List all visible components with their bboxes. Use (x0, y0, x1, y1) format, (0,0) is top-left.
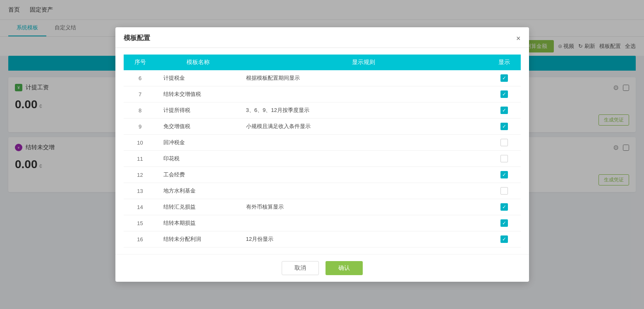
cell-checkbox[interactable]: ✓ (488, 102, 521, 119)
cell-name: 免交增值税 (157, 119, 239, 135)
cell-rule: 有外币核算显示 (239, 199, 488, 215)
checkbox-unchecked[interactable] (500, 139, 508, 146)
cell-seq: 16 (124, 231, 157, 247)
modal-template-config: 模板配置 × 序号 模板名称 显示规则 显示 6计提税金根据模板配置期间显示✓7… (115, 27, 529, 282)
cell-seq: 13 (124, 183, 157, 199)
cell-checkbox[interactable]: ✓ (488, 70, 521, 86)
cell-checkbox[interactable] (488, 135, 521, 151)
cell-checkbox[interactable]: ✓ (488, 167, 521, 183)
checkbox-checked[interactable]: ✓ (500, 203, 508, 211)
cell-name: 结转汇兑损益 (157, 199, 239, 215)
checkbox-checked[interactable]: ✓ (500, 90, 508, 98)
config-table: 序号 模板名称 显示规则 显示 6计提税金根据模板配置期间显示✓7结转未交增值税… (124, 55, 521, 247)
table-row: 10回冲税金 (124, 135, 521, 151)
cell-checkbox[interactable] (488, 183, 521, 199)
cell-checkbox[interactable]: ✓ (488, 86, 521, 102)
cell-rule: 根据模板配置期间显示 (239, 70, 488, 86)
table-row: 9免交增值税小规模且满足收入条件显示✓ (124, 119, 521, 135)
table-row: 11印花税 (124, 151, 521, 167)
cell-name: 工会经费 (157, 167, 239, 183)
checkbox-checked[interactable]: ✓ (500, 74, 508, 82)
table-row: 16结转未分配利润12月份显示✓ (124, 231, 521, 247)
cell-rule (239, 135, 488, 151)
checkbox-checked[interactable]: ✓ (500, 171, 508, 178)
table-row: 14结转汇兑损益有外币核算显示✓ (124, 199, 521, 215)
cell-rule (239, 183, 488, 199)
cell-rule (239, 151, 488, 167)
cell-seq: 9 (124, 119, 157, 135)
table-row: 7结转未交增值税✓ (124, 86, 521, 102)
col-header-seq: 序号 (124, 55, 157, 70)
modal-header: 模板配置 × (115, 27, 529, 48)
cell-seq: 15 (124, 215, 157, 231)
cell-seq: 14 (124, 199, 157, 215)
cell-rule: 12月份显示 (239, 231, 488, 247)
modal-overlay: 模板配置 × 序号 模板名称 显示规则 显示 6计提税金根据模板配置期间显示✓7… (0, 0, 644, 309)
cell-name: 回冲税金 (157, 135, 239, 151)
col-header-rule: 显示规则 (239, 55, 488, 70)
modal-close-button[interactable]: × (516, 35, 521, 42)
cell-rule: 3、6、9、12月按季度显示 (239, 102, 488, 119)
checkbox-unchecked[interactable] (500, 155, 508, 162)
cell-checkbox[interactable]: ✓ (488, 119, 521, 135)
cell-name: 结转未分配利润 (157, 231, 239, 247)
col-header-display: 显示 (488, 55, 521, 70)
cell-name: 结转未交增值税 (157, 86, 239, 102)
modal-title: 模板配置 (124, 34, 150, 43)
table-row: 13地方水利基金 (124, 183, 521, 199)
cell-name: 结转本期损益 (157, 215, 239, 231)
checkbox-unchecked[interactable] (500, 187, 508, 195)
cell-name: 印花税 (157, 151, 239, 167)
cell-checkbox[interactable]: ✓ (488, 231, 521, 247)
checkbox-checked[interactable]: ✓ (500, 107, 508, 114)
cell-seq: 12 (124, 167, 157, 183)
table-row: 8计提所得税3、6、9、12月按季度显示✓ (124, 102, 521, 119)
cell-checkbox[interactable] (488, 151, 521, 167)
cell-rule (239, 167, 488, 183)
modal-footer: 取消 确认 (115, 254, 529, 282)
cell-name: 计提所得税 (157, 102, 239, 119)
modal-body: 序号 模板名称 显示规则 显示 6计提税金根据模板配置期间显示✓7结转未交增值税… (115, 48, 529, 254)
cancel-button[interactable]: 取消 (282, 261, 319, 275)
cell-name: 地方水利基金 (157, 183, 239, 199)
cell-seq: 7 (124, 86, 157, 102)
table-row: 12工会经费✓ (124, 167, 521, 183)
cell-name: 计提税金 (157, 70, 239, 86)
table-row: 6计提税金根据模板配置期间显示✓ (124, 70, 521, 86)
cell-checkbox[interactable]: ✓ (488, 199, 521, 215)
cell-checkbox[interactable]: ✓ (488, 215, 521, 231)
col-header-name: 模板名称 (157, 55, 239, 70)
cell-rule (239, 215, 488, 231)
cell-seq: 8 (124, 102, 157, 119)
checkbox-checked[interactable]: ✓ (500, 235, 508, 243)
cell-rule (239, 86, 488, 102)
checkbox-checked[interactable]: ✓ (500, 219, 508, 227)
confirm-button[interactable]: 确认 (326, 261, 363, 275)
checkbox-checked[interactable]: ✓ (500, 123, 508, 130)
cell-seq: 6 (124, 70, 157, 86)
table-row: 15结转本期损益✓ (124, 215, 521, 231)
cell-seq: 11 (124, 151, 157, 167)
cell-rule: 小规模且满足收入条件显示 (239, 119, 488, 135)
cell-seq: 10 (124, 135, 157, 151)
